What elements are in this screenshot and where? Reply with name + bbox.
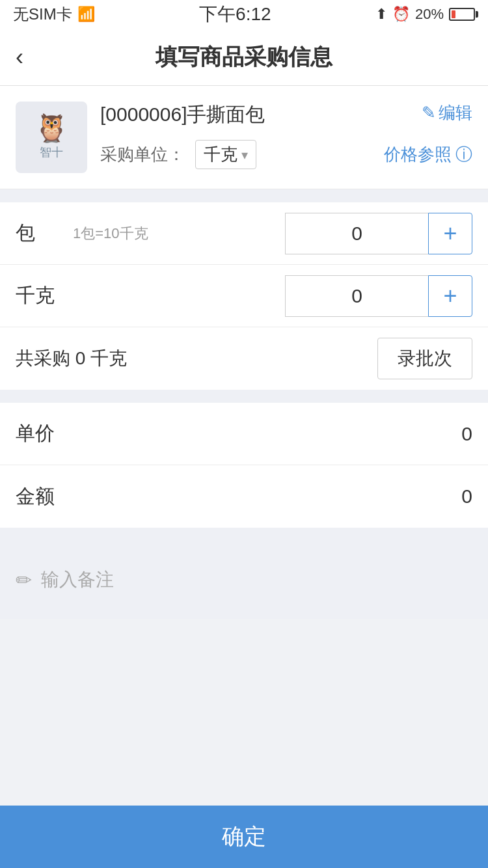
pack-plus-button[interactable]: + [428, 213, 472, 254]
status-bar-time: 下午6:12 [199, 2, 271, 27]
back-button[interactable]: ‹ [16, 44, 23, 71]
edit-button[interactable]: ✎ 编辑 [422, 102, 472, 124]
pack-label: 包 [16, 220, 68, 247]
summary-unit: 千克 [90, 348, 127, 368]
amount-value: 0 [461, 485, 472, 508]
carrier-text: 无SIM卡 [13, 4, 72, 25]
pack-controls: + [285, 213, 472, 254]
price-reference-button[interactable]: 价格参照 ⓘ [384, 143, 472, 166]
product-unit-row: 采购单位： 千克 ▾ 价格参照 ⓘ [100, 140, 472, 169]
summary-section: 共采购 0 千克 录批次 [0, 327, 488, 390]
product-logo-text: 智十 [40, 144, 63, 160]
page-title: 填写商品采购信息 [156, 42, 332, 72]
wifi-icon: 📶 [77, 6, 95, 23]
price-section: 单价 0 金额 0 [0, 403, 488, 528]
unit-price-row: 单价 0 [0, 403, 488, 465]
notes-section[interactable]: ✏ 输入备注 [0, 541, 488, 619]
summary-text: 共采购 0 千克 [16, 346, 127, 371]
summary-amount: 0 [75, 348, 86, 368]
product-name: [0000006]手撕面包 [100, 102, 422, 128]
kg-input[interactable] [285, 275, 428, 317]
batch-button[interactable]: 录批次 [377, 338, 472, 379]
section-divider-3 [0, 528, 488, 541]
notes-placeholder: 输入备注 [41, 567, 114, 592]
info-icon: ⓘ [455, 143, 472, 166]
kg-controls: + [285, 275, 472, 317]
product-header: [0000006]手撕面包 ✎ 编辑 [100, 102, 472, 128]
price-ref-label: 价格参照 [384, 143, 452, 166]
pack-input-row: 包 1包=10千克 + [0, 202, 488, 265]
unit-value: 千克 [204, 143, 237, 166]
product-info: [0000006]手撕面包 ✎ 编辑 采购单位： 千克 ▾ 价格参照 ⓘ [100, 102, 472, 169]
unit-selector[interactable]: 千克 ▾ [195, 140, 256, 169]
unit-label: 采购单位： [100, 143, 185, 166]
location-icon: ⬆ [375, 6, 387, 23]
confirm-button[interactable]: 确定 [0, 806, 488, 868]
summary-row: 共采购 0 千克 录批次 [0, 327, 488, 390]
battery-percent: 20% [415, 6, 444, 23]
section-divider-1 [0, 189, 488, 202]
kg-plus-button[interactable]: + [428, 275, 472, 317]
nav-bar: ‹ 填写商品采购信息 [0, 29, 488, 86]
status-bar: 无SIM卡 📶 下午6:12 ⬆ ⏰ 20% [0, 0, 488, 29]
pack-sub-label: 1包=10千克 [73, 224, 148, 243]
unit-price-value: 0 [461, 423, 472, 445]
edit-label: 编辑 [439, 102, 472, 124]
section-divider-2 [0, 390, 488, 403]
pencil-icon: ✏ [16, 569, 32, 591]
amount-label: 金额 [16, 483, 55, 510]
kg-label: 千克 [16, 282, 68, 309]
pack-input[interactable] [285, 213, 428, 254]
alarm-icon: ⏰ [392, 6, 410, 23]
status-bar-left: 无SIM卡 📶 [13, 4, 95, 25]
product-image: 🦉 智十 [16, 102, 87, 173]
product-card: 🦉 智十 [0000006]手撕面包 ✎ 编辑 采购单位： 千克 ▾ [0, 86, 488, 189]
input-section: 包 1包=10千克 + 千克 + [0, 202, 488, 327]
status-bar-right: ⬆ ⏰ 20% [375, 6, 475, 23]
kg-input-row: 千克 + [0, 265, 488, 327]
amount-row: 金额 0 [0, 465, 488, 528]
product-logo-owl: 🦉 [34, 115, 68, 142]
unit-price-label: 单价 [16, 420, 55, 447]
edit-icon: ✎ [422, 103, 436, 123]
chevron-down-icon: ▾ [241, 147, 248, 163]
battery-icon [449, 8, 475, 21]
confirm-label: 确定 [222, 822, 266, 852]
